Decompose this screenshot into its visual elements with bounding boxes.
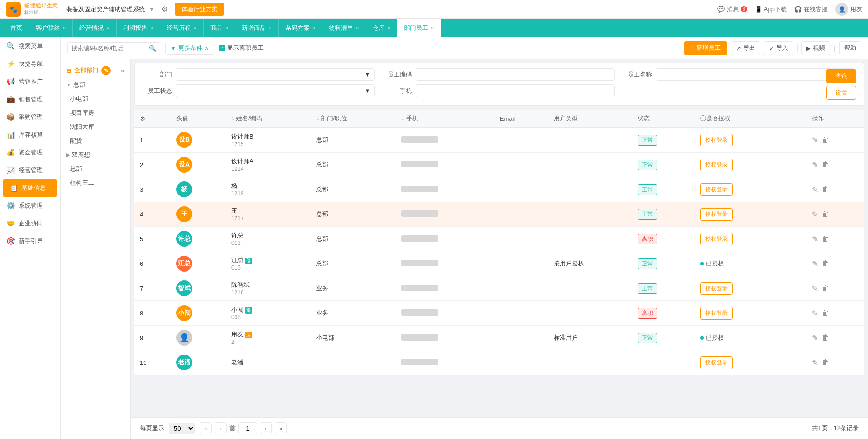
online-service-button[interactable]: 🎧 在线客服 xyxy=(794,5,828,14)
delete-button[interactable]: 🗑 xyxy=(822,160,829,169)
emp-status-select[interactable]: ▼ xyxy=(176,84,375,97)
nav-tab-利润报告[interactable]: 利润报告 × xyxy=(117,19,160,37)
th-dept[interactable]: ↕ 部门/职位 xyxy=(311,110,396,128)
prev-page-button[interactable]: ‹ xyxy=(215,422,227,434)
close-icon[interactable]: × xyxy=(269,25,271,31)
close-icon[interactable]: × xyxy=(312,25,315,31)
edit-button[interactable]: ✎ xyxy=(812,160,818,169)
delete-button[interactable]: 🗑 xyxy=(822,259,829,268)
close-icon[interactable]: × xyxy=(150,25,153,31)
search-input-wrap[interactable]: 🔍 xyxy=(67,42,160,54)
query-button[interactable]: 查询 xyxy=(826,69,856,83)
close-icon[interactable]: × xyxy=(225,25,228,31)
try-industry-button[interactable]: 体验行业方案 xyxy=(175,3,224,16)
sidebar-item-guide[interactable]: 🎯新手引导 xyxy=(0,232,60,250)
emp-name-input[interactable] xyxy=(656,68,854,81)
close-icon[interactable]: × xyxy=(356,25,359,31)
last-page-button[interactable]: » xyxy=(275,422,287,434)
next-page-button[interactable]: › xyxy=(260,422,272,434)
more-conditions-button[interactable]: ▼ 更多条件 ∧ xyxy=(165,42,214,55)
nav-tab-商品[interactable]: 商品 × xyxy=(204,19,235,37)
dept-item-project[interactable]: 项目库房 xyxy=(61,106,130,120)
phone-input[interactable] xyxy=(416,84,614,97)
sidebar-item-finance[interactable]: 💰资金管理 xyxy=(0,144,60,161)
authorize-button[interactable]: 授权登录 xyxy=(700,208,733,221)
dept-item-zongbu[interactable]: 总部 xyxy=(61,162,130,176)
dept-item-zhishu[interactable]: 植树王二 xyxy=(61,176,130,190)
dept-filter-select[interactable]: ▼ xyxy=(176,68,375,81)
emp-code-input[interactable] xyxy=(416,68,614,81)
authorize-button[interactable]: 授权登录 xyxy=(700,282,733,295)
nav-tab-仓库[interactable]: 仓库 × xyxy=(366,19,397,37)
settings-icon[interactable]: ⚙ xyxy=(158,3,171,16)
th-name[interactable]: ↕ 姓名/编码 xyxy=(226,110,311,128)
export-button[interactable]: ↗ 导出 xyxy=(731,41,760,55)
first-page-button[interactable]: « xyxy=(200,422,212,434)
authorize-button[interactable]: 授权登录 xyxy=(700,159,733,171)
delete-button[interactable]: 🗑 xyxy=(822,309,829,317)
sidebar-item-operations[interactable]: 📈经营管理 xyxy=(0,161,60,179)
authorize-button[interactable]: 授权登录 xyxy=(700,183,733,196)
edit-button[interactable]: ✎ xyxy=(812,284,818,293)
nav-tab-部门员工[interactable]: 部门员工 × xyxy=(397,19,441,37)
edit-button[interactable]: ✎ xyxy=(812,136,818,145)
nav-tab-客户联络[interactable]: 客户联络 × xyxy=(29,19,73,37)
sidebar-item-marketing[interactable]: 📢营销推广 xyxy=(0,73,60,91)
nav-tab-首页[interactable]: 首页 xyxy=(4,19,29,37)
add-employee-button[interactable]: + 新增员工 xyxy=(684,41,727,55)
messages-button[interactable]: 💬 消息 6 xyxy=(717,5,747,14)
import-button[interactable]: ↙ 导入 xyxy=(764,41,793,55)
sidebar-item-search[interactable]: 🔍搜索菜单 xyxy=(0,37,60,55)
delete-button[interactable]: 🗑 xyxy=(822,185,829,194)
dept-item-root[interactable]: ▼ 总部 xyxy=(61,78,130,92)
sidebar-item-basic[interactable]: 📋基础信息 xyxy=(3,179,57,197)
page-number-input[interactable] xyxy=(238,422,257,434)
sidebar-item-purchase[interactable]: 📦采购管理 xyxy=(0,108,60,126)
dept-collapse-button[interactable]: « xyxy=(121,67,125,74)
sidebar-item-sales[interactable]: 💼销售管理 xyxy=(0,91,60,108)
app-download-button[interactable]: 📱 App下载 xyxy=(755,5,787,14)
nav-tab-经营历程[interactable]: 经营历程 × xyxy=(160,19,203,37)
edit-button[interactable]: ✎ xyxy=(812,235,818,244)
dept-item-shuanglu[interactable]: ▶ 双鹿想 xyxy=(61,148,130,162)
title-dropdown-icon[interactable]: ▼ xyxy=(149,6,154,13)
dept-item-xiaodian[interactable]: 小电部 xyxy=(61,92,130,106)
delete-button[interactable]: 🗑 xyxy=(822,334,829,342)
authorize-button[interactable]: 授权登录 xyxy=(700,356,733,369)
sidebar-item-quicknav[interactable]: ⚡快捷导航 xyxy=(0,55,60,73)
nav-tab-条码方案[interactable]: 条码方案 × xyxy=(279,19,322,37)
nav-tab-物料清单[interactable]: 物料清单 × xyxy=(322,19,366,37)
th-phone[interactable]: ↕ 手机 xyxy=(396,110,494,128)
authorize-button[interactable]: 授权登录 xyxy=(700,307,733,320)
sidebar-item-system[interactable]: ⚙️系统管理 xyxy=(0,197,60,215)
delete-button[interactable]: 🗑 xyxy=(822,210,829,218)
close-icon[interactable]: × xyxy=(431,25,434,31)
video-button[interactable]: ▶ 视频 xyxy=(801,41,830,55)
nav-tab-经营情况[interactable]: 经营情况 × xyxy=(73,19,116,37)
nav-tab-新增商品[interactable]: 新增商品 × xyxy=(235,19,278,37)
checkbox-icon[interactable]: ✓ xyxy=(219,45,225,51)
per-page-select[interactable]: 50 100 xyxy=(169,423,195,434)
close-icon[interactable]: × xyxy=(63,25,66,31)
edit-button[interactable]: ✎ xyxy=(812,309,818,318)
edit-button[interactable]: ✎ xyxy=(812,334,818,342)
sidebar-item-inventory[interactable]: 📊库存核算 xyxy=(0,126,60,144)
th-settings[interactable]: ⚙ xyxy=(134,110,171,128)
authorize-button[interactable]: 授权登录 xyxy=(700,134,733,146)
close-icon[interactable]: × xyxy=(106,25,109,31)
close-icon[interactable]: × xyxy=(194,25,196,31)
delete-button[interactable]: 🗑 xyxy=(822,358,829,367)
edit-button[interactable]: ✎ xyxy=(812,358,818,367)
user-menu[interactable]: 👤 用友 xyxy=(835,3,862,16)
edit-button[interactable]: ✎ xyxy=(812,185,818,194)
reset-button[interactable]: 设置 xyxy=(826,86,856,100)
edit-button[interactable]: ✎ xyxy=(812,259,818,268)
authorize-button[interactable]: 授权登录 xyxy=(700,233,733,245)
delete-button[interactable]: 🗑 xyxy=(822,235,829,243)
edit-button[interactable]: ✎ xyxy=(812,210,818,219)
dept-edit-button[interactable]: ✎ xyxy=(101,66,111,75)
sidebar-item-collab[interactable]: 🤝企业协同 xyxy=(0,215,60,232)
dept-item-shenyang[interactable]: 沈阳大库 xyxy=(61,120,130,134)
help-button[interactable]: 帮助 xyxy=(839,41,861,55)
close-icon[interactable]: × xyxy=(388,25,390,31)
